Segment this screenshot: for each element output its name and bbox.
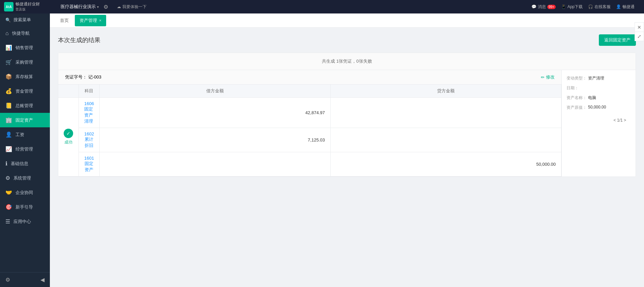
sidebar-label-basic-info: 基础信息 [11,161,28,167]
credit-cell-1 [330,98,561,128]
app-center-icon: ☰ [5,218,10,225]
top-header: AtA 畅捷通好业财 普及版 医疗器械行业演示 ▾ ⚙ ☁ 我要体验一下 💬 消… [0,0,644,13]
header-right: 💬 消息 99+ 📱 App下载 🎧 在线客服 👤 畅捷通 [531,4,640,10]
basic-info-icon: ℹ [5,160,7,167]
chevron-down-icon: ▾ [97,5,99,9]
experience-label: 我要体验一下 [122,4,147,10]
voucher-header: 凭证字号： 记-003 ✏ 修改 [58,70,561,85]
table-row: ✓ 成功 1606 固定资产清理 42,874.97 [58,98,561,128]
debit-cell-1: 42,874.97 [99,98,330,128]
sidebar-label-app-center: 应用中心 [13,219,31,225]
table-col-credit: 贷方金额 [330,85,561,98]
close-panel-button[interactable]: ✕ [635,28,644,32]
inventory-icon: 📦 [5,73,12,80]
online-service-label: 在线客服 [594,4,611,10]
tab-bar: 首页 资产管理 × [50,13,644,28]
sidebar-collapse-icon[interactable]: ◀ [40,277,44,283]
sidebar-item-ledger[interactable]: 📒 总账管理 [0,98,50,113]
table-col-status [58,85,79,98]
voucher-main: 凭证字号： 记-003 ✏ 修改 [58,70,561,177]
app-download-icon: 📱 [561,4,566,9]
sidebar-item-purchase[interactable]: 🛒 采购管理 [0,55,50,69]
user-area[interactable]: 👤 畅捷通 [616,4,635,10]
sidebar-search-label: 搜索菜单 [13,17,31,23]
experience-icon: ☁ [117,4,121,9]
sidebar-item-inventory[interactable]: 📦 库存核算 [0,69,50,84]
table-row: 1602 累计折旧 7,125.03 [58,128,561,152]
subject-cell-2: 1602 累计折旧 [79,128,100,152]
expand-panel-button[interactable]: ⤢ [635,32,644,41]
sidebar-label-business: 经营管理 [16,146,33,152]
experience-button[interactable]: ☁ 我要体验一下 [117,4,147,10]
sidebar-search-item[interactable]: 🔍 搜索菜单 [0,13,50,26]
system-icon: ⚙ [5,175,10,181]
company-selector[interactable]: 医疗器械行业演示 ▾ [61,4,99,10]
voucher-number: 凭证字号： 记-003 [65,74,101,80]
next-page-icon[interactable]: > [624,118,626,123]
asset-name-row: 资产名称： 电脑 [566,95,631,101]
asset-value-row: 资产原值： 50,000.00 [566,105,631,110]
sidebar-item-finance[interactable]: 💰 资金管理 [0,84,50,98]
result-panel: 共生成 1张凭证，0张失败 凭证字号： 记-003 ✏ 修改 [58,53,636,177]
table-col-debit: 借方金额 [99,85,330,98]
return-fixed-assets-button[interactable]: 返回固定资产 [599,34,636,46]
sidebar-item-guide[interactable]: 🎯 新手引导 [0,200,50,214]
pagination[interactable]: < 1/1 > [566,115,631,126]
sidebar-item-fixed-assets[interactable]: 🏢 固定资产 [0,113,50,127]
tab-asset-management[interactable]: 资产管理 × [75,15,106,26]
sidebar-label-finance: 资金管理 [16,88,33,94]
success-label: 成功 [64,139,73,145]
voucher-table: 科目 借方金额 贷方金额 ✓ 成功 [58,85,561,177]
purchase-icon: 🛒 [5,59,12,65]
change-type-label: 变动类型： [566,75,588,81]
debit-cell-3 [99,152,330,177]
sidebar-scroll: 🔍 搜索菜单 ⌂ 快捷导航 📊 销售管理 🛒 采购管理 📦 库存核算 💰 [0,13,50,272]
user-label: 畅捷通 [622,4,635,10]
tab-home[interactable]: 首页 [55,15,73,26]
sidebar-item-salary[interactable]: 👤 工资 [0,127,50,142]
logo-text: 畅捷通好业财 [16,2,40,7]
sidebar-item-system[interactable]: ⚙ 系统管理 [0,171,50,185]
sidebar: 🔍 搜索菜单 ⌂ 快捷导航 📊 销售管理 🛒 采购管理 📦 库存核算 💰 [0,13,50,287]
app-download-button[interactable]: 📱 App下载 [561,4,583,10]
tab-active-label: 资产管理 [80,18,97,24]
credit-cell-3: 50,000.00 [330,152,561,177]
sidebar-settings-icon[interactable]: ⚙ [5,277,10,283]
business-icon: 📈 [5,146,12,152]
logo-badge: 普及版 [16,7,40,12]
date-label: 日期： [566,85,588,91]
tab-close-icon[interactable]: × [99,18,101,23]
sidebar-item-enterprise[interactable]: 🤝 企业协同 [0,185,50,200]
sidebar-label-fixed-assets: 固定资产 [16,117,33,123]
online-service-button[interactable]: 🎧 在线客服 [588,4,611,10]
prev-page-icon[interactable]: < [614,118,616,123]
sidebar-label-sales: 销售管理 [16,45,33,51]
sidebar-item-sales[interactable]: 📊 销售管理 [0,40,50,55]
sidebar-item-business[interactable]: 📈 经营管理 [0,142,50,156]
sales-icon: 📊 [5,44,12,51]
sidebar-label-inventory: 库存核算 [16,74,33,80]
voucher-number-label: 凭证字号： [65,74,87,79]
change-type-value: 资产清理 [588,75,631,81]
message-badge: 99+ [547,5,556,9]
edit-label: 修改 [546,74,555,80]
guide-icon: 🎯 [5,204,12,210]
result-summary: 共生成 1张凭证，0张失败 [58,53,636,70]
debit-cell-2: 7,125.03 [99,128,330,152]
sidebar-item-quick-nav[interactable]: ⌂ 快捷导航 [0,26,50,40]
sidebar-item-app-center[interactable]: ☰ 应用中心 [0,214,50,229]
subject-cell-1: 1606 固定资产清理 [79,98,100,128]
app-download-label: App下载 [568,4,583,10]
sidebar-label-salary: 工资 [16,132,24,138]
credit-cell-2 [330,128,561,152]
header-middle: 医疗器械行业演示 ▾ ⚙ ☁ 我要体验一下 [54,4,531,10]
sidebar-item-basic-info[interactable]: ℹ 基础信息 [0,156,50,171]
message-icon: 💬 [531,4,536,9]
edit-button[interactable]: ✏ 修改 [541,74,555,80]
message-button[interactable]: 💬 消息 99+ [531,4,556,10]
settings-icon[interactable]: ⚙ [103,4,108,10]
table-col-subject: 科目 [79,85,100,98]
side-info-panel: 变动类型： 资产清理 日期： 资产名称： 电脑 资产原值： [561,70,636,177]
page-title: 本次生成的结果 [58,36,100,44]
table-row: 1601 固定资产 50,000.00 [58,152,561,177]
